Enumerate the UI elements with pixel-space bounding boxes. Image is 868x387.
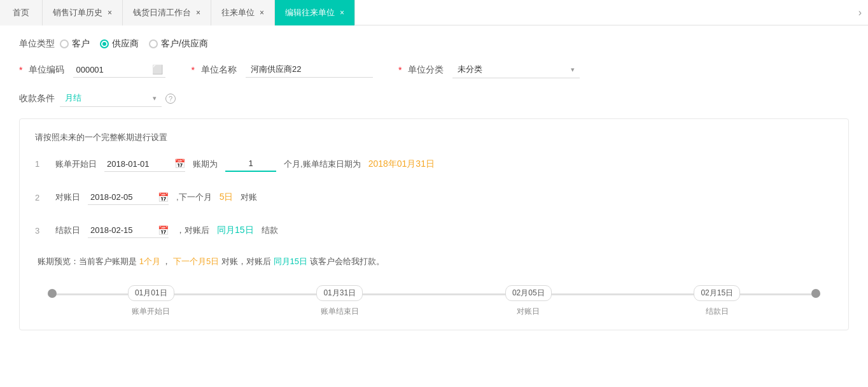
setting-row-3: 3 结款日 📅 ，对账后 同月15日 结款 [35, 223, 833, 238]
unit-name-input[interactable] [246, 62, 373, 78]
page-content: 单位类型 客户 供应商 客户/供应商 * 单位编码 ⬜ [0, 25, 868, 387]
payment-date-input[interactable] [88, 223, 158, 237]
radio-circle-supplier [100, 39, 109, 48]
timeline-badge-1: 01月01日 [128, 285, 174, 301]
tab-cash-work[interactable]: 钱货日清工作台 × [123, 0, 211, 25]
unit-category-arrow: ▾ [571, 66, 575, 74]
tab-scroll-right[interactable]: › [852, 7, 868, 18]
unit-type-row: 单位类型 客户 供应商 客户/供应商 [19, 38, 849, 50]
close-tab-sales-history[interactable]: × [108, 8, 112, 17]
timeline-badge-3: 02月05日 [505, 285, 552, 301]
radio-customer-supplier[interactable]: 客户/供应商 [149, 38, 208, 50]
timeline-end-circle [811, 289, 820, 298]
payment-terms-value: 月结 [65, 92, 149, 104]
timeline-point-1: 01月01日 账单开始日 [128, 285, 174, 317]
unit-info-row: * 单位编码 ⬜ * 单位名称 * 单位分类 未分类 ▾ [19, 61, 849, 78]
preview-suffix: 该客户会给我打款。 [310, 257, 384, 266]
end-date-highlight: 2018年01月31日 [368, 158, 435, 170]
timeline-start-dot [48, 289, 57, 298]
tab-sales-history[interactable]: 销售订单历史 × [43, 0, 123, 25]
unit-category-value: 未分类 [458, 64, 567, 75]
period-settings-card: 请按照未来的一个完整帐期进行设置 1 账单开始日 📅 账期为 个月,账单结束日期… [19, 118, 849, 330]
row-num-1: 1 [35, 159, 48, 169]
reconcile-date-calendar-icon[interactable]: 📅 [158, 192, 169, 202]
unit-code-input[interactable] [73, 62, 150, 77]
start-date-input-wrap: 📅 [104, 157, 185, 172]
preview-part3: 同月15日 [274, 257, 307, 266]
close-tab-edit-partner[interactable]: × [340, 8, 344, 17]
card-instruction: 请按照未来的一个完整帐期进行设置 [35, 132, 833, 143]
row-num-3: 3 [35, 226, 48, 236]
setting-row-1: 1 账单开始日 📅 账期为 个月,账单结束日期为 2018年01月31日 [35, 156, 833, 172]
payment-highlight: 同月15日 [217, 225, 254, 236]
unit-type-label: 单位类型 [19, 38, 55, 50]
payment-terms-dropdown[interactable]: 月结 ▾ [60, 90, 162, 107]
timeline-badge-4: 02月15日 [694, 285, 740, 301]
setting-row-2: 2 对账日 📅 ,下一个月 5日 对账 [35, 190, 833, 205]
radio-label-supplier: 供应商 [112, 38, 139, 50]
radio-circle-customer-supplier [149, 39, 158, 48]
timeline-point-2: 01月31日 账单结束日 [316, 285, 363, 317]
timeline-end-dot [811, 289, 820, 298]
preview-part2: 下一个月5日 [173, 257, 219, 266]
preview-mid1: ， [162, 257, 171, 266]
radio-customer[interactable]: 客户 [60, 38, 90, 50]
start-date-label: 账单开始日 [55, 158, 97, 170]
unit-code-field: * 单位编码 ⬜ [19, 62, 165, 78]
tab-home[interactable]: 首页 [0, 0, 43, 25]
payment-date-calendar-icon[interactable]: 📅 [158, 225, 169, 236]
payment-terms-label: 收款条件 [19, 93, 55, 104]
start-date-input[interactable] [104, 157, 174, 171]
copy-icon[interactable]: ⬜ [150, 64, 165, 74]
close-tab-cash-work[interactable]: × [196, 8, 200, 17]
payment-date-label: 结款日 [55, 225, 80, 236]
reconcile-highlight: 5日 [220, 192, 234, 203]
preview-text: 账期预览：当前客户账期是 1个月 ， 下一个月5日 对账，对账后 同月15日 该… [35, 256, 833, 267]
payment-date-input-wrap: 📅 [88, 223, 169, 238]
preview-part1: 1个月 [139, 257, 160, 266]
unit-code-input-wrap: ⬜ [73, 62, 165, 78]
timeline: 01月01日 账单开始日 01月31日 账单结束日 02月05日 对账日 [35, 285, 833, 317]
period-suffix: 个月,账单结束日期为 [284, 158, 361, 170]
timeline-badge-2: 01月31日 [316, 285, 363, 301]
timeline-label-2: 账单结束日 [321, 306, 359, 317]
reconcile-suffix: ,下一个月 [176, 192, 212, 203]
payment-terms-arrow: ▾ [153, 94, 157, 102]
reconcile-date-input-wrap: 📅 [88, 190, 169, 205]
tab-bar: 首页 销售订单历史 × 钱货日清工作台 × 往来单位 × 编辑往来单位 × › [0, 0, 868, 25]
timeline-points: 01月01日 账单开始日 01月31日 账单结束日 02月05日 对账日 [48, 285, 820, 317]
radio-label-customer: 客户 [72, 38, 90, 50]
tab-partners[interactable]: 往来单位 × [211, 0, 275, 25]
payment-terms-row: 收款条件 月结 ▾ ? [19, 90, 849, 107]
payment-suffix: ，对账后 [176, 225, 209, 236]
reconcile-date-input[interactable] [88, 190, 158, 204]
help-icon[interactable]: ? [165, 94, 176, 104]
radio-supplier[interactable]: 供应商 [100, 38, 139, 50]
payment-end: 结款 [262, 225, 278, 236]
preview-mid2: 对账，对账后 [221, 257, 274, 266]
tab-edit-partner[interactable]: 编辑往来单位 × [275, 0, 355, 25]
period-value-input[interactable] [225, 156, 276, 172]
unit-category-dropdown[interactable]: 未分类 ▾ [452, 61, 580, 78]
unit-category-field: * 单位分类 未分类 ▾ [398, 61, 580, 78]
period-prefix: 账期为 [193, 158, 218, 170]
timeline-label-4: 结款日 [706, 306, 729, 317]
start-date-calendar-icon[interactable]: 📅 [174, 158, 185, 169]
timeline-point-4: 02月15日 结款日 [694, 285, 740, 317]
timeline-point-3: 02月05日 对账日 [505, 285, 552, 317]
timeline-label-3: 对账日 [517, 306, 540, 317]
unit-name-label: 单位名称 [201, 64, 237, 76]
reconcile-end: 对账 [241, 192, 257, 203]
radio-label-customer-supplier: 客户/供应商 [161, 38, 208, 50]
close-tab-partners[interactable]: × [260, 8, 264, 17]
timeline-label-1: 账单开始日 [132, 306, 170, 317]
reconcile-date-label: 对账日 [55, 192, 80, 203]
unit-type-radio-group: 客户 供应商 客户/供应商 [60, 38, 208, 50]
unit-category-label: 单位分类 [408, 64, 444, 76]
radio-circle-customer [60, 39, 69, 48]
row-num-2: 2 [35, 193, 48, 202]
unit-name-field: * 单位名称 [191, 62, 372, 78]
unit-code-label: 单位编码 [29, 64, 64, 76]
preview-prefix: 账期预览：当前客户账期是 [38, 257, 137, 266]
timeline-start-circle [48, 289, 57, 298]
